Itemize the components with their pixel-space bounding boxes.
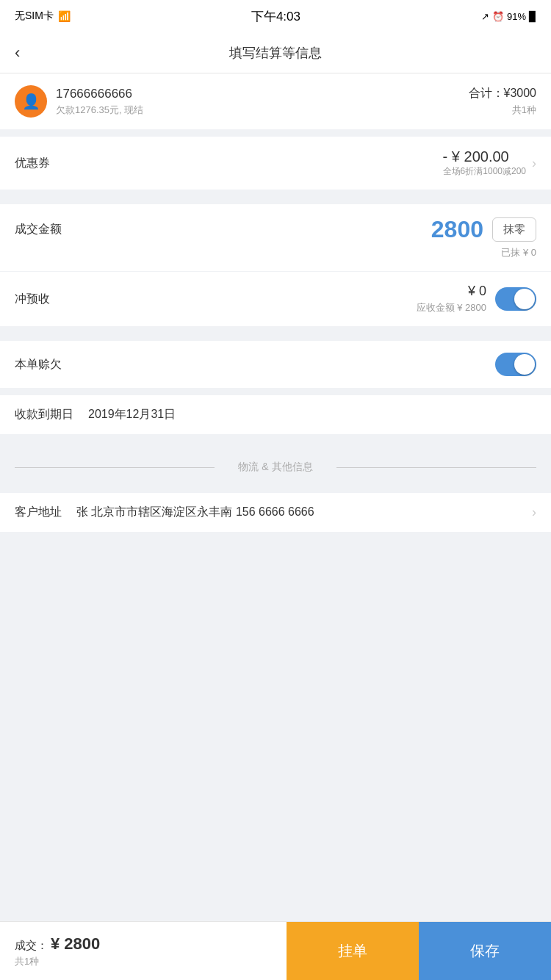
section-divider-2 bbox=[0, 334, 551, 341]
logistics-line-right bbox=[336, 467, 536, 468]
status-bar-left: 无SIM卡 📶 bbox=[15, 10, 71, 23]
customer-card: 👤 17666666666 欠款1276.35元, 现结 合计：¥3000 共1… bbox=[0, 73, 551, 129]
duedate-value: 2019年12月31日 bbox=[88, 407, 176, 422]
coupon-row[interactable]: 优惠券 - ¥ 200.00 全场6折满1000减200 › bbox=[0, 137, 551, 190]
duedate-label: 收款到期日 bbox=[15, 407, 73, 422]
footer-price: ¥ 2800 bbox=[51, 934, 100, 954]
section-divider-3 bbox=[0, 442, 551, 449]
page-title: 填写结算等信息 bbox=[229, 44, 322, 62]
prepay-label: 冲预收 bbox=[15, 292, 50, 307]
amount-section: 成交金额 2800 抹零 已抹 ¥ 0 bbox=[0, 204, 551, 271]
order-count: 共1种 bbox=[469, 104, 537, 117]
save-button[interactable]: 保存 bbox=[419, 922, 551, 981]
customer-right: 合计：¥3000 共1种 bbox=[469, 86, 537, 117]
prepay-sub: 应收金额 ¥ 2800 bbox=[417, 301, 486, 314]
prepay-row: 冲预收 ¥ 0 应收金额 ¥ 2800 bbox=[15, 284, 536, 314]
battery-icon: ▉ bbox=[529, 11, 536, 22]
footer-info: 成交： ¥ 2800 共1种 bbox=[0, 934, 287, 968]
chevron-right-icon: › bbox=[532, 156, 536, 171]
alarm-icon: ⏰ bbox=[492, 11, 504, 22]
footer-count: 共1种 bbox=[15, 955, 272, 968]
prepay-section: 冲预收 ¥ 0 应收金额 ¥ 2800 bbox=[0, 272, 551, 326]
status-bar-time: 下午4:03 bbox=[251, 8, 300, 25]
debt-toggle[interactable] bbox=[495, 353, 536, 376]
coupon-right: - ¥ 200.00 全场6折满1000减200 › bbox=[443, 148, 536, 178]
coupon-discount: - ¥ 200.00 bbox=[443, 148, 526, 165]
address-chevron-icon: › bbox=[532, 505, 536, 520]
location-icon: ↗ bbox=[481, 11, 489, 22]
duedate-section: 收款到期日 2019年12月31日 bbox=[0, 395, 551, 434]
prepay-right: ¥ 0 应收金额 ¥ 2800 bbox=[417, 284, 536, 314]
battery-text: 91% bbox=[507, 11, 526, 22]
prepay-values: ¥ 0 应收金额 ¥ 2800 bbox=[417, 284, 486, 314]
coupon-info: - ¥ 200.00 全场6折满1000减200 bbox=[443, 148, 526, 178]
footer-deal-label: 成交： bbox=[15, 939, 48, 953]
amount-row: 成交金额 2800 抹零 bbox=[15, 216, 536, 243]
address-section[interactable]: 客户地址 张 北京市市辖区海淀区永丰南 156 6666 6666 › bbox=[0, 493, 551, 532]
amount-value: 2800 bbox=[431, 216, 483, 243]
coupon-desc: 全场6折满1000减200 bbox=[443, 165, 526, 178]
customer-info: 17666666666 欠款1276.35元, 现结 bbox=[56, 87, 143, 117]
duedate-row: 收款到期日 2019年12月31日 bbox=[15, 407, 536, 422]
pending-button[interactable]: 挂单 bbox=[287, 922, 419, 981]
nav-bar: ‹ 填写结算等信息 bbox=[0, 32, 551, 73]
customer-debt: 欠款1276.35元, 现结 bbox=[56, 104, 143, 117]
amount-label: 成交金额 bbox=[15, 222, 62, 237]
status-bar: 无SIM卡 📶 下午4:03 ↗ ⏰ 91% ▉ bbox=[0, 0, 551, 32]
amount-sub: 已抹 ¥ 0 bbox=[15, 246, 536, 259]
section-divider-1 bbox=[0, 197, 551, 204]
status-bar-right: ↗ ⏰ 91% ▉ bbox=[481, 11, 536, 22]
customer-phone: 17666666666 bbox=[56, 87, 143, 101]
no-sim-text: 无SIM卡 bbox=[15, 10, 54, 23]
main-content: 👤 17666666666 欠款1276.35元, 现结 合计：¥3000 共1… bbox=[0, 73, 551, 679]
customer-left: 👤 17666666666 欠款1276.35元, 现结 bbox=[15, 85, 143, 118]
debt-section: 本单赊欠 bbox=[0, 341, 551, 388]
coupon-label: 优惠券 bbox=[15, 156, 50, 171]
prepay-toggle[interactable] bbox=[495, 287, 536, 311]
bottom-spacer bbox=[0, 532, 551, 620]
amount-right: 2800 抹零 bbox=[431, 216, 536, 243]
order-total: 合计：¥3000 bbox=[469, 86, 537, 101]
debt-label: 本单赊欠 bbox=[15, 357, 62, 372]
avatar-icon: 👤 bbox=[22, 93, 40, 110]
wifi-icon: 📶 bbox=[58, 10, 71, 22]
logistics-text: 物流 & 其他信息 bbox=[238, 461, 312, 474]
logistics-line-left bbox=[15, 467, 215, 468]
avatar: 👤 bbox=[15, 85, 47, 118]
address-label: 客户地址 bbox=[15, 505, 62, 520]
back-button[interactable]: ‹ bbox=[15, 43, 20, 62]
address-value: 张 北京市市辖区海淀区永丰南 156 6666 6666 bbox=[76, 505, 532, 520]
prepay-amount: ¥ 0 bbox=[417, 284, 486, 299]
footer: 成交： ¥ 2800 共1种 挂单 保存 bbox=[0, 921, 551, 980]
round-off-button[interactable]: 抹零 bbox=[492, 217, 536, 242]
logistics-divider: 物流 & 其他信息 bbox=[0, 449, 551, 486]
